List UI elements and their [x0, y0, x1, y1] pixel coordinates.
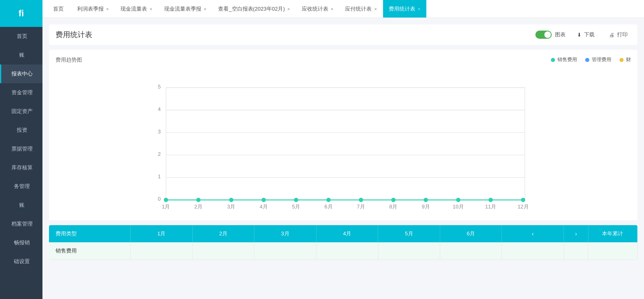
- svg-point-20: [391, 198, 396, 202]
- cell-may: [378, 242, 440, 259]
- svg-rect-12: [166, 88, 525, 200]
- tab-close-receivable-stats[interactable]: ×: [331, 7, 333, 11]
- svg-point-21: [423, 198, 428, 202]
- svg-point-24: [521, 198, 526, 202]
- tab-home[interactable]: 首页: [46, 0, 71, 18]
- cell-ytd: [588, 242, 637, 259]
- tab-expense-stats[interactable]: 费用统计表 ×: [383, 0, 426, 18]
- tab-close-profit-quarter[interactable]: ×: [106, 7, 109, 11]
- tab-close-payable-stats[interactable]: ×: [374, 7, 377, 11]
- svg-point-17: [294, 198, 299, 202]
- content-area: 费用统计表 图表 ⬇ 下载 🖨 打印 费用趋势图: [42, 18, 644, 299]
- legend-label-admin: 管理费用: [592, 56, 611, 63]
- col-header-may: 5月: [378, 225, 440, 242]
- legend-label-finance: 财: [626, 56, 631, 63]
- svg-point-15: [229, 198, 234, 202]
- legend-label-sales: 销售费用: [557, 56, 577, 63]
- col-header-feb: 2月: [193, 225, 255, 242]
- page-header: 费用统计表 图表 ⬇ 下载 🖨 打印: [49, 24, 637, 45]
- svg-text:7月: 7月: [357, 204, 365, 210]
- svg-point-19: [359, 198, 363, 202]
- sidebar-item-home[interactable]: 首页: [0, 27, 42, 46]
- tab-payable-stats[interactable]: 应付统计表 ×: [339, 0, 383, 18]
- cell-jun: [440, 242, 502, 259]
- svg-point-18: [326, 198, 331, 202]
- table-header-row: 费用类型 1月 2月 3月 4月 5月 6月 ‹ › 本年累计: [49, 225, 637, 242]
- sidebar-logo: fi: [0, 0, 42, 27]
- chart-section: 费用趋势图 销售费用 管理费用 财: [49, 50, 637, 220]
- download-button[interactable]: ⬇ 下载: [574, 29, 598, 40]
- svg-point-13: [164, 198, 168, 202]
- cell-jan: [131, 242, 193, 259]
- col-header-mar: 3月: [254, 225, 316, 242]
- chart-toggle-wrap[interactable]: 图表: [535, 31, 566, 39]
- svg-text:2: 2: [158, 151, 161, 157]
- tab-blank-report[interactable]: 查看_空白报表(2023年02月) ×: [212, 0, 296, 18]
- svg-text:11月: 11月: [485, 204, 496, 210]
- page-title: 费用统计表: [56, 30, 92, 40]
- tab-cash-flow-quarter[interactable]: 现金流量表季报 ×: [158, 0, 212, 18]
- svg-text:9月: 9月: [422, 204, 430, 210]
- sidebar-item-fund-mgmt[interactable]: 资金管理: [0, 83, 42, 102]
- cell-feb: [193, 242, 255, 259]
- legend-dot-admin: [585, 58, 589, 62]
- sidebar-item-account[interactable]: 账: [0, 46, 42, 64]
- sidebar: fi 首页 账 报表中心 资金管理 固定资产 投资 票据管理 库存核算 务管理 …: [0, 0, 42, 299]
- cell-nav-prev: [502, 242, 564, 259]
- sidebar-item-basic-settings[interactable]: 础设置: [0, 252, 42, 271]
- svg-text:6月: 6月: [324, 204, 332, 210]
- sidebar-item-invoice-mgmt[interactable]: 票据管理: [0, 140, 42, 158]
- svg-text:10月: 10月: [453, 204, 464, 210]
- nav-prev-arrow[interactable]: ‹: [532, 230, 534, 237]
- tab-close-cash-flow[interactable]: ×: [149, 7, 152, 11]
- tab-close-expense-stats[interactable]: ×: [418, 7, 420, 11]
- download-label: 下载: [584, 31, 595, 38]
- cell-nav-next: [564, 242, 588, 259]
- download-icon: ⬇: [577, 32, 582, 38]
- svg-point-23: [488, 198, 493, 202]
- col-nav-next[interactable]: ›: [564, 225, 588, 242]
- sidebar-item-service-mgmt[interactable]: 务管理: [0, 177, 42, 196]
- sidebar-item-sales-return[interactable]: 畅报销: [0, 233, 42, 252]
- col-nav-prev[interactable]: ‹: [502, 225, 564, 242]
- cell-expense-type: 销售费用: [49, 242, 131, 259]
- svg-text:5: 5: [158, 84, 161, 90]
- svg-point-16: [261, 198, 266, 202]
- svg-text:5月: 5月: [292, 204, 300, 210]
- sidebar-item-inventory[interactable]: 库存核算: [0, 158, 42, 177]
- col-header-ytd: 本年累计: [588, 225, 637, 242]
- sidebar-item-report-center[interactable]: 报表中心: [0, 64, 42, 83]
- sidebar-item-fixed-assets[interactable]: 固定资产: [0, 102, 42, 121]
- legend-dot-finance: [619, 58, 624, 62]
- print-icon: 🖨: [609, 32, 615, 38]
- tab-close-blank-report[interactable]: ×: [287, 7, 290, 11]
- svg-text:4: 4: [158, 106, 161, 112]
- sidebar-item-invest[interactable]: 投资: [0, 121, 42, 140]
- chart-container: 0 1 2 3 4 5: [56, 67, 631, 214]
- col-header-apr: 4月: [316, 225, 379, 242]
- svg-point-14: [196, 198, 201, 202]
- svg-text:1月: 1月: [162, 204, 170, 210]
- tab-cash-flow[interactable]: 现金流量表 ×: [115, 0, 158, 18]
- main-area: 首页 利润表季报 × 现金流量表 × 现金流量表季报 × 查看_空白报表(202…: [42, 0, 644, 299]
- svg-text:3月: 3月: [227, 204, 235, 210]
- svg-text:12月: 12月: [517, 204, 528, 210]
- legend-dot-sales: [551, 58, 555, 62]
- nav-next-arrow[interactable]: ›: [575, 230, 577, 237]
- chart-toggle[interactable]: [535, 31, 552, 39]
- print-button[interactable]: 🖨 打印: [606, 29, 631, 40]
- print-label: 打印: [617, 31, 628, 38]
- svg-text:4月: 4月: [260, 204, 268, 210]
- sidebar-item-accounting[interactable]: 账: [0, 196, 42, 215]
- col-header-expense-type: 费用类型: [49, 225, 131, 242]
- tab-profit-quarter[interactable]: 利润表季报 ×: [71, 0, 115, 18]
- svg-text:1: 1: [158, 174, 161, 179]
- tab-close-cash-flow-quarter[interactable]: ×: [204, 7, 206, 11]
- cell-apr: [316, 242, 379, 259]
- legend-sales-expense: 销售费用: [551, 56, 577, 63]
- legend-admin-expense: 管理费用: [585, 56, 611, 63]
- table-row: 销售费用: [49, 242, 637, 260]
- svg-text:0: 0: [158, 196, 161, 202]
- tab-receivable-stats[interactable]: 应收统计表 ×: [296, 0, 339, 18]
- sidebar-item-archive-mgmt[interactable]: 档案管理: [0, 215, 42, 233]
